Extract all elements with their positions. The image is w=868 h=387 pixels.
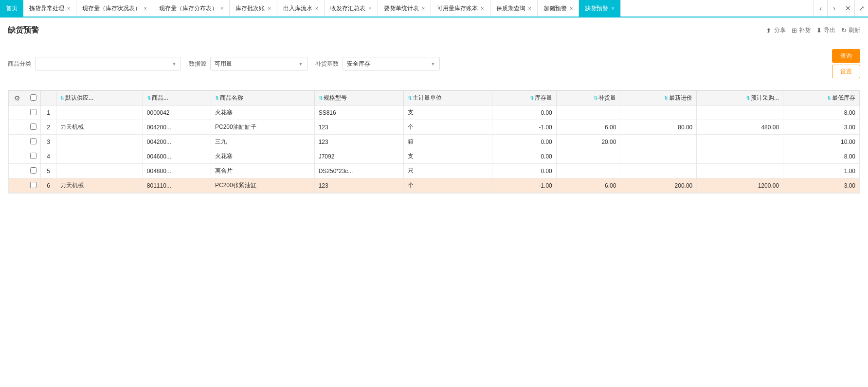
tab-close-order-stats[interactable]: ×	[422, 5, 425, 11]
replenish-cell: 20.00	[556, 135, 620, 149]
row-checkbox-cell[interactable]	[26, 135, 41, 149]
close-tab-arrow[interactable]: ✕	[841, 0, 854, 17]
row-checkbox[interactable]	[30, 138, 36, 144]
tab-close-batch-account[interactable]: ×	[268, 5, 271, 11]
row-checkbox-cell[interactable]	[26, 120, 41, 135]
name-cell: PC200油缸缸子	[211, 120, 314, 135]
replenish-button[interactable]: ⊞ 补货	[792, 26, 811, 35]
tab-close-inout-flow[interactable]: ×	[315, 5, 318, 11]
nav-tab-expiry-query[interactable]: 保质期查询×	[490, 0, 538, 17]
nav-tab-batch-account[interactable]: 库存批次账×	[230, 0, 277, 17]
unit-cell: 支	[404, 149, 492, 164]
category-select[interactable]: ▼	[35, 57, 181, 70]
col-min-stock[interactable]: ⇅最低库存	[783, 91, 860, 106]
col-replenish[interactable]: ⇅补货量	[556, 91, 620, 106]
row-checkbox[interactable]	[30, 109, 36, 115]
stock-cell: -1.00	[492, 178, 557, 193]
unit-cell: 箱	[404, 135, 492, 149]
row-checkbox-cell[interactable]	[26, 178, 41, 193]
tab-close-overstock[interactable]: ×	[570, 5, 573, 11]
supplier-cell: 力天机械	[56, 178, 143, 193]
data-table: ⚙ ⇅默认供应... ⇅商品... ⇅商品名称 ⇅规格型号 ⇅主计量单位 ⇅库存…	[8, 90, 860, 193]
col-est-purchase[interactable]: ⇅预计采购...	[697, 91, 783, 106]
sku-cell: 004800...	[143, 164, 211, 178]
row-number-cell: 6	[41, 178, 56, 193]
tab-close-available-ledger[interactable]: ×	[481, 5, 484, 11]
settings-button[interactable]: 设置	[832, 65, 860, 78]
min-stock-cell: 1.00	[783, 164, 860, 178]
supplier-cell	[56, 106, 143, 120]
tab-close-inventory-dist[interactable]: ×	[220, 5, 223, 11]
stock-cell: 0.00	[492, 135, 557, 149]
nav-tab-home[interactable]: 首页	[0, 0, 23, 17]
row-checkbox-cell[interactable]	[26, 164, 41, 178]
row-checkbox-cell[interactable]	[26, 106, 41, 120]
col-supplier[interactable]: ⇅默认供应...	[56, 91, 143, 106]
col-spec[interactable]: ⇅规格型号	[314, 91, 403, 106]
unit-cell: 个	[404, 120, 492, 135]
nav-tab-receipt-summary[interactable]: 收发存汇总表×	[325, 0, 378, 17]
share-button[interactable]: ⮭ 分享	[766, 26, 786, 35]
nav-tab-abnormal[interactable]: 拣货异常处理×	[23, 0, 76, 17]
unit-cell: 个	[404, 178, 492, 193]
replenish-filter-group: 补货基数 安全库存 ▼	[315, 57, 440, 70]
row-checkbox[interactable]	[30, 182, 36, 188]
table-row: 10000042火花塞SS816支0.008.00	[9, 106, 860, 120]
col-unit[interactable]: ⇅主计量单位	[404, 91, 492, 106]
row-number-cell: 5	[41, 164, 56, 178]
col-latest-price[interactable]: ⇅最新进价	[620, 91, 697, 106]
min-stock-cell: 3.00	[783, 120, 860, 135]
table-row: 6力天机械801110...PC200张紧油缸123个-1.006.00200.…	[9, 178, 860, 193]
est-purchase-cell	[697, 106, 783, 120]
replenish-select[interactable]: 安全库存 ▼	[343, 57, 440, 70]
min-stock-cell: 8.00	[783, 106, 860, 120]
nav-tab-inventory-status[interactable]: 现存量（库存状况表）×	[76, 0, 153, 17]
row-number-cell: 3	[41, 135, 56, 149]
nav-tab-order-stats[interactable]: 要货单统计表×	[378, 0, 431, 17]
nav-tab-inventory-dist[interactable]: 现存量（库存分布表）×	[153, 0, 230, 17]
datasource-filter-group: 数据源 可用量 ▼	[189, 57, 307, 70]
tab-close-shortage[interactable]: ×	[611, 5, 614, 11]
gear-settings-button[interactable]: ⚙	[14, 94, 20, 102]
query-button[interactable]: 查询	[832, 49, 860, 63]
col-gear[interactable]: ⚙	[9, 91, 26, 106]
col-name[interactable]: ⇅商品名称	[211, 91, 314, 106]
spec-cell: 123	[314, 178, 403, 193]
spec-cell: 123	[314, 135, 403, 149]
datasource-chevron-icon: ▼	[298, 61, 303, 67]
expand-arrow[interactable]: ⤢	[854, 0, 868, 17]
sku-cell: 801110...	[143, 178, 211, 193]
category-chevron-icon: ▼	[172, 61, 177, 67]
nav-tab-overstock[interactable]: 超储预警×	[538, 0, 579, 17]
row-checkbox[interactable]	[30, 123, 36, 130]
stock-cell: 0.00	[492, 106, 557, 120]
row-checkbox[interactable]	[30, 167, 36, 174]
datasource-select[interactable]: 可用量 ▼	[210, 57, 307, 70]
tab-close-inventory-status[interactable]: ×	[144, 5, 146, 11]
select-all-checkbox[interactable]	[30, 94, 36, 101]
gear-cell	[9, 120, 26, 135]
nav-tabs: 首页拣货异常处理×现存量（库存状况表）×现存量（库存分布表）×库存批次账×出入库…	[0, 0, 868, 18]
tab-close-receipt-summary[interactable]: ×	[368, 5, 371, 11]
nav-tab-available-ledger[interactable]: 可用量库存账本×	[431, 0, 490, 17]
tab-close-abnormal[interactable]: ×	[67, 5, 70, 11]
scroll-left-arrow[interactable]: ‹	[814, 0, 827, 17]
page-content: 缺货预警 ⮭ 分享 ⊞ 补货 ⬇ 导出 ↻ 刷新 商品分类	[0, 18, 868, 387]
row-checkbox[interactable]	[30, 153, 36, 159]
scroll-right-arrow[interactable]: ›	[827, 0, 841, 17]
export-button[interactable]: ⬇ 导出	[816, 26, 835, 35]
datasource-selected-value: 可用量	[215, 60, 296, 68]
stock-cell: 0.00	[492, 149, 557, 164]
col-stock[interactable]: ⇅库存量	[492, 91, 557, 106]
nav-tab-shortage[interactable]: 缺货预警×	[579, 0, 620, 17]
replenish-chevron-icon: ▼	[431, 61, 435, 67]
refresh-button[interactable]: ↻ 刷新	[841, 26, 860, 35]
nav-tab-inout-flow[interactable]: 出入库流水×	[277, 0, 325, 17]
gear-cell	[9, 135, 26, 149]
col-sku[interactable]: ⇅商品...	[143, 91, 211, 106]
page-header: 缺货预警 ⮭ 分享 ⊞ 补货 ⬇ 导出 ↻ 刷新	[8, 25, 860, 35]
stock-cell: 0.00	[492, 164, 557, 178]
col-row-num	[41, 91, 56, 106]
row-checkbox-cell[interactable]	[26, 149, 41, 164]
tab-close-expiry-query[interactable]: ×	[528, 5, 531, 11]
